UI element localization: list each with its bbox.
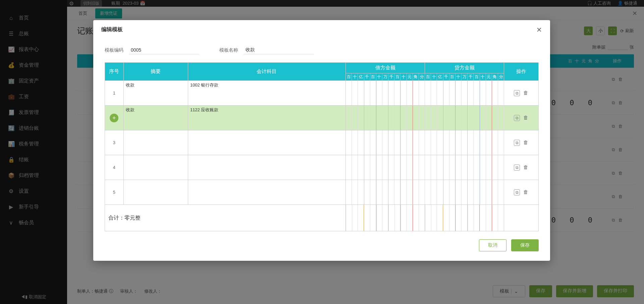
debit-cell[interactable] (352, 106, 358, 130)
credit-cell[interactable] (474, 155, 480, 180)
credit-cell[interactable] (455, 155, 461, 180)
credit-cell[interactable] (449, 81, 455, 106)
credit-cell[interactable] (455, 81, 461, 106)
debit-cell[interactable] (370, 106, 376, 130)
debit-cell[interactable] (382, 81, 388, 106)
credit-cell[interactable] (486, 106, 492, 130)
debit-cell[interactable] (346, 106, 352, 130)
credit-cell[interactable] (437, 130, 443, 155)
credit-cell[interactable] (431, 155, 437, 180)
credit-cell[interactable] (480, 180, 486, 205)
credit-cell[interactable] (449, 180, 455, 205)
debit-cell[interactable] (394, 130, 400, 155)
debit-cell[interactable] (358, 155, 364, 180)
debit-cell[interactable] (364, 106, 370, 130)
table-row[interactable]: +收款1122 应收账款⧉🗑 (105, 106, 539, 130)
delete-icon[interactable]: 🗑 (523, 165, 529, 171)
copy-icon[interactable]: ⧉ (514, 140, 520, 146)
debit-cell[interactable] (419, 106, 425, 130)
credit-cell[interactable] (462, 81, 468, 106)
debit-cell[interactable] (394, 106, 400, 130)
credit-cell[interactable] (443, 180, 449, 205)
debit-cell[interactable] (388, 81, 394, 106)
credit-cell[interactable] (480, 155, 486, 180)
save-button[interactable]: 保存 (511, 239, 539, 251)
debit-cell[interactable] (376, 130, 382, 155)
debit-cell[interactable] (364, 130, 370, 155)
cell-account[interactable] (188, 130, 345, 155)
cell-account[interactable] (188, 180, 345, 205)
cell-summary[interactable] (123, 180, 188, 205)
credit-cell[interactable] (431, 130, 437, 155)
debit-cell[interactable] (413, 106, 419, 130)
credit-cell[interactable] (425, 130, 431, 155)
credit-cell[interactable] (425, 106, 431, 130)
credit-cell[interactable] (455, 180, 461, 205)
debit-cell[interactable] (358, 81, 364, 106)
table-row[interactable]: 4⧉🗑 (105, 155, 539, 180)
credit-cell[interactable] (492, 180, 498, 205)
debit-cell[interactable] (382, 130, 388, 155)
credit-cell[interactable] (468, 180, 474, 205)
cell-summary[interactable] (123, 130, 188, 155)
debit-cell[interactable] (413, 155, 419, 180)
credit-cell[interactable] (425, 155, 431, 180)
cell-summary[interactable] (123, 155, 188, 180)
cell-account[interactable]: 1002 银行存款 (188, 81, 345, 106)
debit-cell[interactable] (346, 81, 352, 106)
credit-cell[interactable] (492, 81, 498, 106)
credit-cell[interactable] (486, 130, 492, 155)
debit-cell[interactable] (400, 130, 407, 155)
debit-cell[interactable] (370, 130, 376, 155)
copy-icon[interactable]: ⧉ (514, 90, 520, 96)
credit-cell[interactable] (498, 155, 504, 180)
credit-cell[interactable] (431, 106, 437, 130)
credit-cell[interactable] (431, 180, 437, 205)
debit-cell[interactable] (400, 106, 407, 130)
debit-cell[interactable] (376, 180, 382, 205)
template-code-input[interactable] (129, 46, 199, 54)
credit-cell[interactable] (468, 106, 474, 130)
debit-cell[interactable] (388, 180, 394, 205)
credit-cell[interactable] (425, 81, 431, 106)
credit-cell[interactable] (468, 81, 474, 106)
credit-cell[interactable] (437, 81, 443, 106)
credit-cell[interactable] (431, 81, 437, 106)
delete-icon[interactable]: 🗑 (523, 115, 529, 121)
debit-cell[interactable] (407, 106, 413, 130)
debit-cell[interactable] (382, 106, 388, 130)
credit-cell[interactable] (455, 130, 461, 155)
credit-cell[interactable] (474, 106, 480, 130)
debit-cell[interactable] (370, 155, 376, 180)
credit-cell[interactable] (492, 106, 498, 130)
credit-cell[interactable] (498, 106, 504, 130)
debit-cell[interactable] (400, 81, 407, 106)
debit-cell[interactable] (346, 180, 352, 205)
credit-cell[interactable] (437, 155, 443, 180)
delete-icon[interactable]: 🗑 (523, 189, 529, 195)
credit-cell[interactable] (449, 106, 455, 130)
add-row-icon[interactable]: + (110, 114, 118, 122)
credit-cell[interactable] (455, 106, 461, 130)
credit-cell[interactable] (474, 81, 480, 106)
credit-cell[interactable] (468, 130, 474, 155)
credit-cell[interactable] (462, 180, 468, 205)
debit-cell[interactable] (407, 180, 413, 205)
credit-cell[interactable] (468, 155, 474, 180)
debit-cell[interactable] (413, 180, 419, 205)
credit-cell[interactable] (443, 155, 449, 180)
credit-cell[interactable] (492, 155, 498, 180)
debit-cell[interactable] (400, 180, 407, 205)
debit-cell[interactable] (376, 155, 382, 180)
credit-cell[interactable] (449, 155, 455, 180)
debit-cell[interactable] (413, 81, 419, 106)
debit-cell[interactable] (358, 106, 364, 130)
cell-summary[interactable]: 收款 (123, 81, 188, 106)
credit-cell[interactable] (462, 130, 468, 155)
credit-cell[interactable] (480, 81, 486, 106)
debit-cell[interactable] (382, 180, 388, 205)
credit-cell[interactable] (474, 130, 480, 155)
debit-cell[interactable] (407, 81, 413, 106)
credit-cell[interactable] (443, 81, 449, 106)
debit-cell[interactable] (394, 81, 400, 106)
